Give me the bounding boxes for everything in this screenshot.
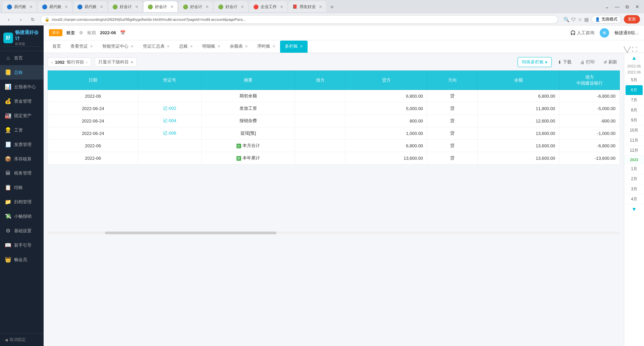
- sidebar-item-invoice[interactable]: 🧾 发票管理: [0, 137, 44, 152]
- close-window-button[interactable]: ✕: [633, 3, 641, 11]
- browser-tab-6[interactable]: 🟢 好会计 ✕: [179, 1, 213, 12]
- month-item-11[interactable]: 11月: [624, 136, 644, 146]
- prev-account-button[interactable]: ‹: [51, 59, 53, 65]
- tab-detail-ledger[interactable]: 明细账 ✕: [198, 41, 225, 53]
- browser-tab-5[interactable]: 🟢 好会计 ✕: [144, 1, 177, 12]
- tab-smart-voucher[interactable]: 智能凭证中心 ✕: [98, 41, 138, 53]
- consult-button[interactable]: 🎧 人工咨询: [570, 30, 594, 36]
- tab-general-ledger[interactable]: 总账 ✕: [174, 41, 198, 53]
- month-item-5[interactable]: 5月: [624, 75, 644, 85]
- sidebar-item-close[interactable]: 📋 结账: [0, 180, 44, 195]
- browser-tab-4[interactable]: 🟢 好会计 ✕: [108, 1, 142, 12]
- sidebar-item-tax[interactable]: 🏛 税务管理: [0, 166, 44, 180]
- sidebar-item-archive[interactable]: 📁 归档管理: [0, 195, 44, 209]
- multi-col-button[interactable]: 特殊多栏账 ▾: [518, 57, 552, 67]
- print-button[interactable]: 🖨 打印: [578, 58, 597, 66]
- tab-multi-col[interactable]: 多栏账 ✕: [280, 41, 308, 53]
- tab-sequence-ledger[interactable]: 序时账 ✕: [253, 41, 280, 53]
- filter-select[interactable]: 只显示下级科目 ▾: [95, 57, 137, 67]
- tab-home[interactable]: 首页: [48, 41, 66, 53]
- shield-icon[interactable]: 🛡: [571, 17, 576, 22]
- sidebar-item-home[interactable]: ⌂ 首页: [0, 51, 44, 65]
- tab-view-voucher[interactable]: 查看凭证 ✕: [66, 41, 98, 53]
- cell-voucher: 记-006: [138, 127, 201, 140]
- tab-close-3[interactable]: ✕: [100, 5, 103, 9]
- tab-close-6[interactable]: ✕: [206, 5, 209, 9]
- no-trace-button[interactable]: 👤 无痕模式: [591, 15, 621, 23]
- month-item-12[interactable]: 12月: [624, 146, 644, 156]
- user-avatar[interactable]: 畅: [600, 28, 609, 38]
- sidebar-item-settings[interactable]: ⚙ 基础设置: [0, 224, 44, 238]
- voucher-link[interactable]: 记-002: [163, 106, 176, 111]
- tab-voucher-summary[interactable]: 凭证汇总表 ✕: [138, 41, 174, 53]
- update-button[interactable]: 更新: [624, 15, 640, 23]
- tab-smart-voucher-close[interactable]: ✕: [130, 44, 133, 49]
- sidebar-item-fund[interactable]: 💰 资金管理: [0, 94, 44, 108]
- month-item-3[interactable]: 3月: [624, 184, 644, 194]
- sidebar-item-report[interactable]: 📊 云报表中心: [0, 80, 44, 94]
- tab-close-7[interactable]: ✕: [241, 5, 244, 9]
- panel-expand-icon[interactable]: ⛶: [632, 47, 637, 53]
- browser-tab-3[interactable]: 🔵 易代账 ✕: [73, 1, 107, 12]
- panel-close-icon[interactable]: ╲╱: [624, 46, 631, 53]
- month-item-4[interactable]: 4月: [624, 194, 644, 204]
- sidebar-item-expense[interactable]: 💸 小畅报销: [0, 209, 44, 224]
- sidebar-collapse-button[interactable]: ◀ 取消固定: [0, 333, 44, 346]
- tab-balance-table[interactable]: 余额表 ✕: [225, 41, 253, 53]
- month-item-7[interactable]: 7月: [624, 95, 644, 105]
- month-scroll-up[interactable]: ▲: [624, 53, 644, 63]
- tab-close-2[interactable]: ✕: [65, 5, 68, 9]
- cell-debit-ccb: -5,000.00: [559, 102, 620, 115]
- tab-close-8[interactable]: ✕: [280, 5, 283, 9]
- voucher-link[interactable]: 记-004: [163, 118, 176, 123]
- month-scroll-down[interactable]: ▼: [624, 204, 644, 214]
- refresh-button[interactable]: ↺ 刷新: [601, 58, 620, 66]
- reload-button[interactable]: ↻: [28, 15, 38, 24]
- browser-tab-7[interactable]: 🟢 好会计 ✕: [214, 1, 248, 12]
- tab-close-5[interactable]: ✕: [170, 5, 173, 9]
- month-item-2[interactable]: 2月: [624, 174, 644, 184]
- tab-view-voucher-close[interactable]: ✕: [90, 44, 93, 49]
- tab-list-button[interactable]: ⌄: [603, 3, 611, 11]
- sidebar-item-salary[interactable]: 👷 工资: [0, 123, 44, 137]
- tab-balance-table-close[interactable]: ✕: [245, 44, 248, 49]
- tab-voucher-summary-close[interactable]: ✕: [167, 44, 170, 49]
- browser-tab-2[interactable]: 🔵 易代账 ✕: [38, 1, 72, 12]
- sidebar-item-inventory[interactable]: 📦 库存核算: [0, 152, 44, 166]
- month-item-1[interactable]: 1月: [624, 164, 644, 174]
- tab-sequence-ledger-close[interactable]: ✕: [272, 44, 275, 49]
- month-item-10[interactable]: 10月: [624, 126, 644, 136]
- tab-multi-col-close[interactable]: ✕: [300, 44, 303, 49]
- forward-button[interactable]: ›: [16, 15, 25, 24]
- search-icon[interactable]: 🔍: [564, 17, 569, 22]
- month-item-9[interactable]: 9月: [624, 115, 644, 126]
- browser-tab-1[interactable]: 🔵 易代账 ✕: [3, 1, 37, 12]
- sidebar-toggle-icon[interactable]: ▤: [584, 17, 589, 22]
- address-bar[interactable]: 🔒 cloud2.chanjet.com/accounting/uh26t264…: [40, 15, 558, 24]
- sidebar-item-assets[interactable]: 🏭 固定资产: [0, 108, 44, 123]
- minimize-button[interactable]: —: [613, 3, 621, 11]
- sidebar-item-vip[interactable]: 👑 畅会员: [0, 252, 44, 267]
- scroll-thumb[interactable]: [105, 232, 277, 234]
- voucher-link[interactable]: 记-006: [163, 131, 176, 136]
- download-button[interactable]: ⬇ 下载: [555, 58, 574, 66]
- browser-tab-8[interactable]: 🔴 企业工作 ✕: [249, 1, 287, 12]
- back-button[interactable]: ‹: [4, 15, 13, 24]
- restore-button[interactable]: ⧉: [623, 3, 631, 11]
- next-account-button[interactable]: ›: [86, 59, 88, 65]
- tab-detail-ledger-close[interactable]: ✕: [217, 44, 220, 49]
- tab-close-9[interactable]: ✕: [319, 5, 322, 9]
- horizontal-scrollbar[interactable]: [48, 232, 620, 234]
- new-tab-button[interactable]: ＋: [327, 2, 337, 11]
- tab-general-ledger-close[interactable]: ✕: [190, 44, 193, 49]
- month-item-8[interactable]: 8月: [624, 105, 644, 115]
- sidebar-item-ledger[interactable]: 📒 总账: [0, 65, 44, 80]
- month-item-6[interactable]: 6月: [626, 85, 643, 95]
- browser-tab-9[interactable]: 📕 用友好业 ✕: [288, 1, 326, 12]
- settings-icon-topbar[interactable]: ⚙: [79, 30, 83, 35]
- star-icon[interactable]: ☆: [578, 17, 582, 22]
- tab-close-4[interactable]: ✕: [135, 5, 138, 9]
- sidebar-item-guide[interactable]: 📖 新手引导: [0, 238, 44, 252]
- tab-close-1[interactable]: ✕: [30, 5, 33, 9]
- calendar-icon[interactable]: 📅: [120, 30, 125, 35]
